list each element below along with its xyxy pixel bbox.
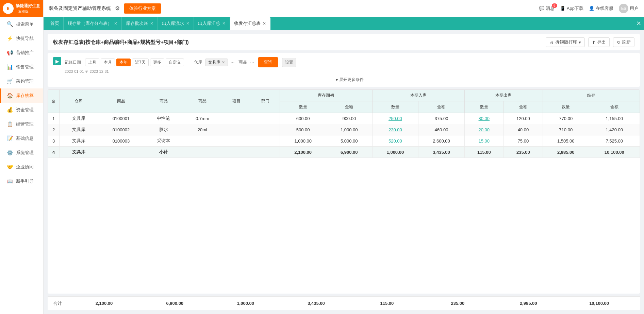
- query-button[interactable]: 查询: [258, 57, 278, 67]
- tab-bar-close-btn[interactable]: ✕: [636, 20, 641, 27]
- row-2-warehouse-cell: 文具库: [60, 135, 98, 147]
- export-icon: ⬆: [592, 40, 596, 45]
- link-value[interactable]: 80.00: [479, 116, 490, 121]
- top-header: 装备及固定资产辅助管理系统 ⚙ 体验行业方案 💬 消息 6 📱 App下载 👤 …: [44, 0, 644, 17]
- sidebar-item-label: 销售管理: [16, 64, 34, 70]
- tab-inout-flow-close[interactable]: ✕: [186, 21, 189, 26]
- date-btn-custom[interactable]: 自定义: [166, 59, 184, 66]
- row-0-in-qty-cell[interactable]: 250.00: [372, 113, 418, 124]
- messages-badge: 6: [552, 3, 557, 8]
- date-btn-7days[interactable]: 近7天: [132, 59, 149, 66]
- link-value[interactable]: 230.00: [389, 127, 402, 132]
- date-btn-this-month[interactable]: 本月: [101, 59, 115, 66]
- export-label: 导出: [597, 39, 606, 45]
- logo-icon: 6: [3, 3, 14, 14]
- footer-open-qty: 2,100.00: [69, 301, 139, 306]
- export-button[interactable]: ⬆ 导出: [588, 37, 610, 47]
- row-2-project-cell: [222, 135, 251, 147]
- sub-col-close-qty: 数量: [543, 101, 589, 113]
- setting-button[interactable]: 设置: [282, 58, 296, 67]
- footer-open-amt: 6,900.00: [139, 301, 210, 306]
- print-dropdown-icon: ▾: [579, 40, 581, 45]
- row-2-out-qty-cell[interactable]: 15.00: [464, 135, 503, 147]
- sidebar-item-system[interactable]: ⚙️ 系统管理: [0, 146, 43, 160]
- search-icon: 🔍: [6, 21, 13, 27]
- sidebar-item-inventory[interactable]: 🏠 库存核算: [0, 88, 43, 103]
- online-service-item[interactable]: 👤 在线客服: [589, 5, 613, 12]
- row-1-in-qty-cell[interactable]: 230.00: [372, 124, 418, 135]
- tab-inout-summary-close[interactable]: ✕: [222, 21, 226, 26]
- tab-stock-dist-close[interactable]: ✕: [114, 21, 117, 26]
- filter-toggle-btn[interactable]: ▶: [53, 57, 61, 65]
- tab-home[interactable]: 首页: [46, 17, 64, 30]
- sidebar-item-sales[interactable]: 📊 销售管理: [0, 60, 43, 74]
- user-label: 用户: [630, 5, 639, 12]
- row-3-close-qty-cell: 2,985.00: [543, 147, 589, 158]
- row-2-in-amt-cell: 2,600.00: [418, 135, 465, 147]
- date-btn-more[interactable]: 更多: [150, 59, 164, 66]
- col-header-project: 项目: [222, 90, 251, 113]
- sidebar-item-purchase[interactable]: 🛒 采购管理: [0, 74, 43, 88]
- link-value[interactable]: 520.00: [389, 138, 402, 144]
- tab-inout-summary[interactable]: 出入库汇总 ✕: [194, 17, 230, 30]
- warehouse-remove-btn[interactable]: ✕: [222, 60, 225, 65]
- sidebar-item-guide[interactable]: 📖 新手引导: [0, 174, 43, 188]
- sidebar-item-basic[interactable]: 📝 基础信息: [0, 131, 43, 146]
- tab-recv-send[interactable]: 收发存汇总表 ✕: [230, 17, 270, 30]
- tab-inout-flow[interactable]: 出入库流水 ✕: [158, 17, 194, 30]
- refresh-button[interactable]: ↻ 刷新: [613, 37, 634, 47]
- row-0-out-qty-cell[interactable]: 80.00: [464, 113, 503, 124]
- col-header-warehouse: 仓库: [60, 90, 98, 113]
- tab-batch[interactable]: 库存批次账 ✕: [122, 17, 158, 30]
- row-0-name-cell: 中性笔: [144, 113, 183, 124]
- row-3-open-amt-cell: 6,900.00: [326, 147, 372, 158]
- operation-icon: 📋: [6, 121, 13, 127]
- col-header-opening: 库存期初: [280, 90, 372, 101]
- sidebar-item-operation[interactable]: 📋 经营管理: [0, 117, 43, 131]
- row-2-open-qty-cell: 1,000.00: [280, 135, 326, 147]
- goods-more-icon[interactable]: ···: [250, 60, 254, 65]
- row-2-out-amt-cell: 75.00: [503, 135, 543, 147]
- trial-button[interactable]: 体验行业方案: [124, 3, 161, 14]
- sidebar-item-finance[interactable]: 💰 资金管理: [0, 103, 43, 117]
- sidebar-item-marketing[interactable]: 📢 营销推广: [0, 46, 43, 60]
- warehouse-more-icon[interactable]: ···: [231, 60, 235, 65]
- marketing-icon: 📢: [6, 50, 13, 56]
- link-value[interactable]: 250.00: [389, 116, 402, 121]
- page-content: 收发存汇总表(按仓库+商品编码+商品+规格型号+项目+部门) 🖨 拆锁版打印 ▾…: [44, 30, 644, 314]
- header-right: 💬 消息 6 📱 App下载 👤 在线客服 Ea 用户: [539, 4, 639, 13]
- expand-icon: ▾: [336, 78, 338, 82]
- basic-icon: 📝: [6, 135, 13, 142]
- row-0-out-amt-cell: 120.00: [503, 113, 543, 124]
- settings-icon[interactable]: ⚙: [115, 5, 120, 12]
- date-btn-last-month[interactable]: 上月: [85, 59, 99, 66]
- tab-stock-dist-label: 现存量（库存分布表）: [68, 20, 112, 27]
- logo-tag: 标准版: [17, 9, 30, 14]
- sidebar-item-coop[interactable]: 🤝 企业协同: [0, 160, 43, 174]
- user-item[interactable]: Ea 用户: [619, 4, 639, 13]
- row-1-open-amt-cell: 1,000.00: [326, 124, 372, 135]
- date-btn-this-year[interactable]: 本年: [116, 59, 131, 66]
- print-button[interactable]: 🖨 拆锁版打印 ▾: [546, 37, 585, 47]
- table-gear-icon[interactable]: ⚙: [51, 99, 56, 104]
- row-1-out-qty-cell[interactable]: 20.00: [464, 124, 503, 135]
- tab-recv-send-close[interactable]: ✕: [263, 21, 266, 26]
- sidebar-item-quick[interactable]: ⚡ 快捷导航: [0, 31, 43, 46]
- sidebar-item-search[interactable]: 🔍 搜索菜单: [0, 17, 43, 31]
- app-download-item[interactable]: 📱 App下载: [560, 5, 583, 12]
- row-3-code-cell: [98, 147, 144, 158]
- row-2-open-amt-cell: 5,000.00: [326, 135, 372, 147]
- tab-stock-dist[interactable]: 现存量（库存分布表） ✕: [64, 17, 122, 30]
- data-table: ⚙ 仓库 商品 商品 商品 项目 部门 库存期初 本期入库 本期出库 结存: [48, 89, 640, 158]
- link-value[interactable]: 15.00: [479, 138, 490, 144]
- tab-batch-close[interactable]: ✕: [150, 21, 153, 26]
- footer-out-qty: 115.00: [352, 301, 423, 306]
- footer-bar: 合计 2,100.00 6,900.00 1,000.00 3,435.00 1…: [48, 296, 640, 310]
- row-2-in-qty-cell[interactable]: 520.00: [372, 135, 418, 147]
- sub-col-open-qty: 数量: [280, 101, 326, 113]
- messages-item[interactable]: 💬 消息 6: [539, 5, 555, 12]
- link-value[interactable]: 20.00: [479, 127, 490, 132]
- coop-icon: 🤝: [6, 164, 13, 170]
- user-avatar: Ea: [619, 4, 628, 13]
- expand-more-btn[interactable]: ▾ 展开更多条件: [336, 77, 364, 83]
